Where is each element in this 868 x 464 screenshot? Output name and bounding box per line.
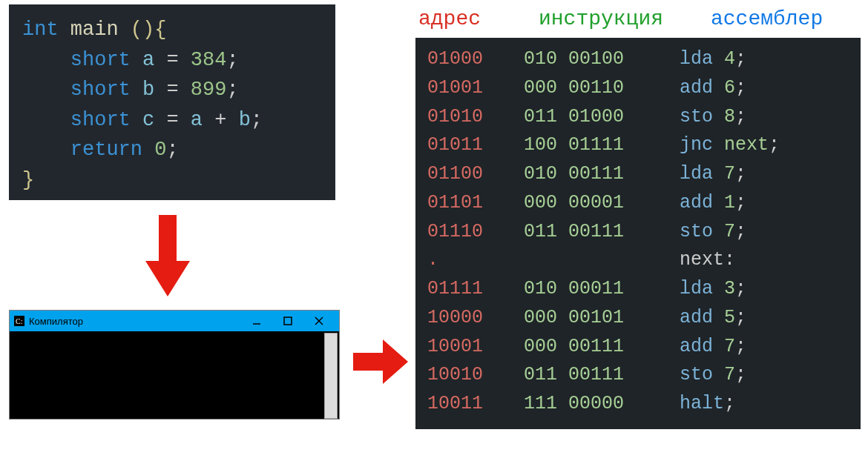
code-line: short a = 384; bbox=[22, 45, 322, 76]
asm-mnemonic: lda 3; bbox=[680, 275, 849, 304]
asm-row: 01010011 01000sto 8; bbox=[427, 103, 849, 132]
compiler-window: C: Компилятор bbox=[9, 310, 340, 420]
arrow-right-icon bbox=[353, 339, 408, 384]
asm-row: 10011111 00000halt; bbox=[427, 390, 849, 419]
asm-address: 01011 bbox=[427, 131, 524, 160]
header-instruction: инструкция bbox=[539, 7, 702, 30]
asm-instruction bbox=[524, 246, 680, 275]
svg-rect-0 bbox=[159, 215, 177, 265]
asm-address: 10001 bbox=[427, 333, 524, 362]
asm-row: 10010011 00111sto 7; bbox=[427, 361, 849, 390]
assembly-listing: 01000010 00100lda 4;01001000 00110add 6;… bbox=[415, 38, 861, 429]
code-line: return 0; bbox=[22, 135, 322, 165]
code-line: short c = a + b; bbox=[22, 105, 322, 136]
asm-instruction: 000 00001 bbox=[524, 189, 680, 218]
svg-text:C:: C: bbox=[16, 317, 22, 325]
asm-mnemonic: lda 7; bbox=[680, 160, 849, 189]
asm-address: 01010 bbox=[427, 103, 524, 132]
asm-instruction: 011 00111 bbox=[524, 218, 680, 247]
asm-row: 01110011 00111sto 7; bbox=[427, 218, 849, 247]
compiler-titlebar: C: Компилятор bbox=[10, 311, 339, 331]
asm-row: 01100010 00111lda 7; bbox=[427, 160, 849, 189]
svg-rect-8 bbox=[353, 353, 384, 371]
code-line: short b = 899; bbox=[22, 75, 322, 105]
asm-row: 01001000 00110add 6; bbox=[427, 74, 849, 103]
svg-rect-5 bbox=[284, 317, 292, 325]
asm-address: 10000 bbox=[427, 304, 524, 333]
asm-instruction: 111 00000 bbox=[524, 390, 680, 419]
compiler-title-text: Компилятор bbox=[29, 316, 241, 327]
asm-row: 01000010 00100lda 4; bbox=[427, 45, 849, 74]
asm-row: 10000000 00101add 5; bbox=[427, 304, 849, 333]
asm-instruction: 010 00100 bbox=[524, 45, 680, 74]
asm-mnemonic: next: bbox=[680, 246, 849, 275]
asm-mnemonic: sto 8; bbox=[680, 103, 849, 132]
asm-instruction: 000 00101 bbox=[524, 304, 680, 333]
scroll-up-button[interactable] bbox=[326, 334, 337, 344]
asm-mnemonic: lda 4; bbox=[680, 45, 849, 74]
asm-instruction: 010 00011 bbox=[524, 275, 680, 304]
asm-row: 01111010 00011lda 3; bbox=[427, 275, 849, 304]
asm-row: 10001000 00111add 7; bbox=[427, 333, 849, 362]
asm-row: 01011100 01111jnc next; bbox=[427, 131, 849, 160]
compiler-output-area bbox=[10, 331, 339, 419]
asm-address: 01101 bbox=[427, 189, 524, 218]
asm-mnemonic: add 5; bbox=[680, 304, 849, 333]
asm-mnemonic: sto 7; bbox=[680, 361, 849, 390]
asm-row: 01101000 00001add 1; bbox=[427, 189, 849, 218]
asm-instruction: 100 01111 bbox=[524, 131, 680, 160]
svg-marker-9 bbox=[383, 339, 408, 384]
asm-address: 01001 bbox=[427, 74, 524, 103]
asm-mnemonic: halt; bbox=[680, 390, 849, 419]
asm-row: .next: bbox=[427, 246, 849, 275]
asm-address: . bbox=[427, 246, 524, 275]
asm-mnemonic: add 7; bbox=[680, 333, 849, 362]
asm-mnemonic: add 1; bbox=[680, 189, 849, 218]
code-line: int main (){ bbox=[22, 15, 322, 45]
source-code: int main (){ short a = 384; short b = 89… bbox=[9, 4, 335, 200]
asm-address: 01110 bbox=[427, 218, 524, 247]
header-address: адрес bbox=[418, 7, 530, 30]
asm-address: 01111 bbox=[427, 275, 524, 304]
minimize-button[interactable] bbox=[241, 311, 272, 331]
app-icon: C: bbox=[14, 316, 24, 326]
asm-mnemonic: sto 7; bbox=[680, 218, 849, 247]
asm-address: 01100 bbox=[427, 160, 524, 189]
asm-address: 10011 bbox=[427, 390, 524, 419]
asm-address: 01000 bbox=[427, 45, 524, 74]
asm-mnemonic: add 6; bbox=[680, 74, 849, 103]
asm-instruction: 010 00111 bbox=[524, 160, 680, 189]
asm-instruction: 000 00111 bbox=[524, 333, 680, 362]
scroll-down-button[interactable] bbox=[326, 406, 337, 417]
asm-instruction: 000 00110 bbox=[524, 74, 680, 103]
asm-mnemonic: jnc next; bbox=[680, 131, 849, 160]
asm-instruction: 011 01000 bbox=[524, 103, 680, 132]
arrow-down-icon bbox=[145, 215, 190, 296]
asm-instruction: 011 00111 bbox=[524, 361, 680, 390]
svg-marker-1 bbox=[145, 261, 190, 296]
asm-address: 10010 bbox=[427, 361, 524, 390]
close-button[interactable] bbox=[303, 311, 335, 331]
header-assembler: ассемблер bbox=[711, 7, 858, 30]
asm-column-headers: адрес инструкция ассемблер bbox=[415, 7, 861, 38]
code-line: } bbox=[22, 165, 322, 196]
maximize-button[interactable] bbox=[272, 311, 303, 331]
